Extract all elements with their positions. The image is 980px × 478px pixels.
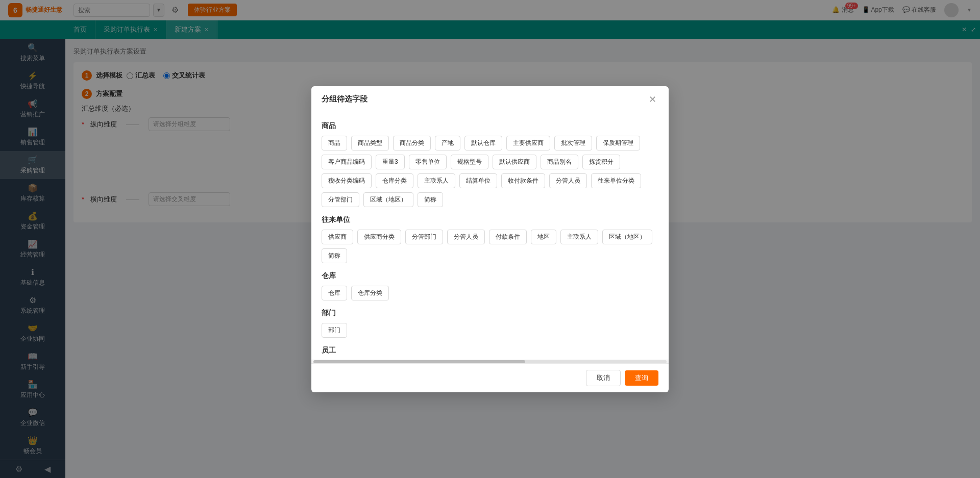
field-grid-warehouse: 仓库 仓库分类 [322, 286, 658, 300]
modal-overlay: 分组待选字段 ✕ 商品 商品 商品类型 商品分类 产地 默认仓库 主要供应商 批… [0, 0, 980, 478]
field-select-modal: 分组待选字段 ✕ 商品 商品 商品类型 商品分类 产地 默认仓库 主要供应商 批… [311, 86, 669, 392]
field-manage-dept[interactable]: 分管部门 [405, 230, 443, 244]
field-payment-cond[interactable]: 付款条件 [489, 230, 527, 244]
field-grid-dept: 部门 [322, 323, 658, 338]
h-scrollbar-track [313, 360, 667, 363]
field-region2[interactable]: 区域（地区） [602, 230, 652, 244]
confirm-button[interactable]: 查询 [625, 370, 658, 386]
field-settlement-unit[interactable]: 结算单位 [459, 173, 497, 188]
field-default-supplier[interactable]: 默认供应商 [493, 155, 536, 169]
horizontal-scrollbar[interactable] [311, 360, 669, 363]
section-title-partner: 往来单位 [322, 215, 658, 224]
field-partner-category[interactable]: 往来单位分类 [591, 173, 641, 188]
field-goods-alias[interactable]: 商品别名 [541, 155, 578, 169]
modal-body: 商品 商品 商品类型 商品分类 产地 默认仓库 主要供应商 批次管理 保质期管理… [311, 113, 669, 360]
field-goods-type[interactable]: 商品类型 [351, 136, 389, 150]
modal-title: 分组待选字段 [322, 94, 368, 104]
section-title-employee: 员工 [322, 346, 658, 355]
field-pick-points[interactable]: 拣货积分 [582, 155, 620, 169]
field-warehouse-category[interactable]: 仓库分类 [376, 173, 413, 188]
section-title-warehouse: 仓库 [322, 271, 658, 281]
field-area[interactable]: 地区 [531, 230, 556, 244]
section-title-dept: 部门 [322, 309, 658, 318]
field-tax-code[interactable]: 税收分类编码 [322, 173, 372, 188]
cancel-button[interactable]: 取消 [586, 370, 621, 386]
field-manager[interactable]: 分管人员 [549, 173, 587, 188]
field-retail-unit[interactable]: 零售单位 [409, 155, 447, 169]
field-payment-terms[interactable]: 收付款条件 [501, 173, 545, 188]
field-dept[interactable]: 分管部门 [322, 192, 359, 207]
field-weight[interactable]: 重量3 [376, 155, 405, 169]
field-main-contact[interactable]: 主联系人 [418, 173, 455, 188]
field-grid-goods: 商品 商品类型 商品分类 产地 默认仓库 主要供应商 批次管理 保质期管理 客户… [322, 136, 658, 207]
h-scrollbar-thumb [313, 360, 525, 363]
field-abbr2[interactable]: 简称 [322, 248, 347, 263]
field-batch-mgmt[interactable]: 批次管理 [554, 136, 592, 150]
field-warehouse-cat[interactable]: 仓库分类 [351, 286, 389, 300]
field-default-warehouse[interactable]: 默认仓库 [464, 136, 502, 150]
field-grid-partner: 供应商 供应商分类 分管部门 分管人员 付款条件 地区 主联系人 区域（地区） … [322, 230, 658, 263]
field-region[interactable]: 区域（地区） [363, 192, 413, 207]
section-title-goods: 商品 [322, 121, 658, 131]
field-supplier-category[interactable]: 供应商分类 [357, 230, 401, 244]
field-supplier[interactable]: 供应商 [322, 230, 353, 244]
modal-footer: 取消 查询 [311, 363, 669, 392]
field-shelf-life[interactable]: 保质期管理 [596, 136, 640, 150]
field-origin[interactable]: 产地 [435, 136, 460, 150]
modal-close-btn[interactable]: ✕ [646, 93, 658, 106]
field-department[interactable]: 部门 [322, 323, 347, 338]
modal-header: 分组待选字段 ✕ [311, 86, 669, 113]
field-main-supplier[interactable]: 主要供应商 [506, 136, 550, 150]
field-main-contact2[interactable]: 主联系人 [560, 230, 598, 244]
field-warehouse[interactable]: 仓库 [322, 286, 347, 300]
field-spec-model[interactable]: 规格型号 [451, 155, 488, 169]
field-abbr[interactable]: 简称 [418, 192, 443, 207]
field-goods[interactable]: 商品 [322, 136, 347, 150]
field-manage-person[interactable]: 分管人员 [447, 230, 485, 244]
field-customer-code[interactable]: 客户商品编码 [322, 155, 372, 169]
field-goods-category[interactable]: 商品分类 [393, 136, 431, 150]
